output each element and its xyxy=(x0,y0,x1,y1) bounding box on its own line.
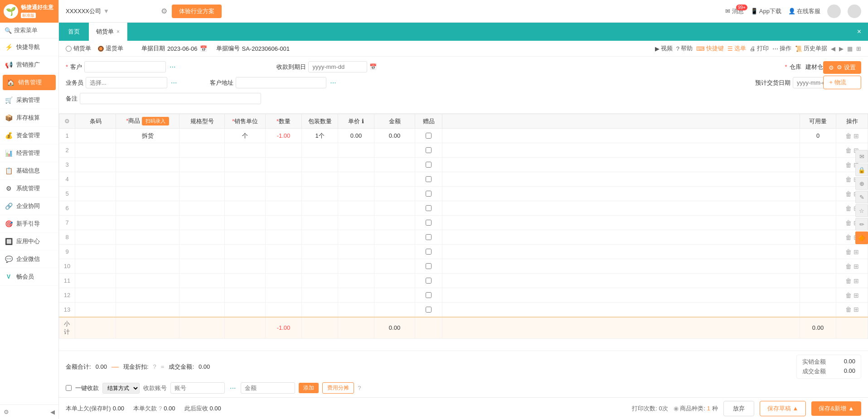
row-gift[interactable] xyxy=(415,187,442,201)
copy-row-btn[interactable]: ⊞ xyxy=(853,306,859,313)
trial-button[interactable]: 体验行业方案 xyxy=(172,5,222,18)
row-spec[interactable] xyxy=(179,259,225,274)
sidebar-item-member[interactable]: V 畅会员 xyxy=(0,268,58,286)
row-qty[interactable] xyxy=(266,288,302,303)
sidebar-item-marketing[interactable]: 📢 营销推广 xyxy=(0,56,58,74)
row-barcode[interactable] xyxy=(75,288,116,303)
delete-row-btn[interactable]: 🗑 xyxy=(845,248,852,255)
sidebar-item-base-info[interactable]: 📋 基础信息 xyxy=(0,162,58,180)
receipt-date-cal-icon[interactable]: 📅 xyxy=(369,63,377,70)
row-barcode[interactable] xyxy=(75,158,116,172)
payment-help-icon[interactable]: ? xyxy=(358,385,361,391)
sidebar-item-enterprise[interactable]: 🔗 企业协同 xyxy=(0,197,58,215)
row-price[interactable] xyxy=(338,187,374,201)
row-price[interactable] xyxy=(338,158,374,172)
float-plus-btn[interactable]: ⊕ xyxy=(855,177,868,190)
row-spec[interactable] xyxy=(179,158,225,172)
row-price[interactable] xyxy=(338,288,374,303)
row-unit[interactable] xyxy=(225,201,266,216)
row-qty[interactable] xyxy=(266,274,302,288)
help-icon-balance[interactable]: ? xyxy=(159,405,162,412)
add-payment-btn[interactable]: 添加 xyxy=(299,383,319,393)
row-product[interactable] xyxy=(116,172,179,187)
row-spec[interactable] xyxy=(179,230,225,245)
delete-row-btn[interactable]: 🗑 xyxy=(845,147,852,154)
copy-row-btn[interactable]: ⊞ xyxy=(853,248,859,255)
search-menu-btn[interactable]: 🔍 搜索菜单 xyxy=(0,23,58,39)
row-spec[interactable] xyxy=(179,129,225,143)
row-price[interactable] xyxy=(338,245,374,259)
row-unit[interactable] xyxy=(225,303,266,317)
row-gift[interactable] xyxy=(415,274,442,288)
app-download-btn[interactable]: 📱 App下载 xyxy=(751,7,781,15)
salesperson-input[interactable] xyxy=(86,77,167,88)
sidebar-item-sales[interactable]: 🏠 销售管理 xyxy=(3,75,56,91)
history-btn[interactable]: 📜 历史单据 xyxy=(795,44,827,53)
row-qty[interactable] xyxy=(266,158,302,172)
gear-icon[interactable]: ⚙ xyxy=(161,7,167,15)
row-qty[interactable] xyxy=(266,201,302,216)
delete-row-btn[interactable]: 🗑 xyxy=(845,161,852,169)
sidebar-item-system[interactable]: ⚙ 系统管理 xyxy=(0,180,58,197)
row-barcode[interactable] xyxy=(75,259,116,274)
product-kind-icon[interactable]: ◉ xyxy=(674,405,679,412)
row-price[interactable] xyxy=(338,216,374,230)
row-gift[interactable] xyxy=(415,259,442,274)
sidebar-item-app-center[interactable]: 🔲 应用中心 xyxy=(0,233,58,250)
row-spec[interactable] xyxy=(179,201,225,216)
row-gift[interactable] xyxy=(415,216,442,230)
calendar-icon[interactable]: 📅 xyxy=(200,45,207,52)
float-edit-btn[interactable]: ✎ xyxy=(855,191,868,203)
shortcut-btn[interactable]: ⌨ 快捷键 xyxy=(696,44,724,53)
row-qty[interactable] xyxy=(266,172,302,187)
row-unit[interactable] xyxy=(225,143,266,158)
delete-row-btn[interactable]: 🗑 xyxy=(845,190,852,197)
nav-prev-icon[interactable]: ◀ xyxy=(831,45,835,52)
grid-view-icon[interactable]: ⊞ xyxy=(856,45,861,52)
help-circle-icon[interactable]: ? xyxy=(153,363,156,370)
row-product[interactable] xyxy=(116,201,179,216)
row-barcode[interactable] xyxy=(75,245,116,259)
row-product[interactable] xyxy=(116,158,179,172)
row-price[interactable]: 0.00 xyxy=(338,129,374,143)
row-product[interactable] xyxy=(116,230,179,245)
row-spec[interactable] xyxy=(179,245,225,259)
row-unit[interactable] xyxy=(225,216,266,230)
tab-close-icon[interactable]: × xyxy=(116,29,120,35)
row-barcode[interactable] xyxy=(75,187,116,201)
row-qty[interactable]: -1.00 xyxy=(266,129,302,143)
float-message-btn[interactable]: ✉ xyxy=(855,150,868,163)
delete-row-btn[interactable]: 🗑 xyxy=(845,292,852,299)
row-spec[interactable] xyxy=(179,143,225,158)
row-product[interactable] xyxy=(116,187,179,201)
delete-row-btn[interactable]: 🗑 xyxy=(845,234,852,241)
row-product[interactable] xyxy=(116,303,179,317)
copy-row-btn[interactable]: ⊞ xyxy=(853,292,859,299)
delete-row-btn[interactable]: 🗑 xyxy=(845,205,852,212)
row-product[interactable] xyxy=(116,143,179,158)
delete-row-btn[interactable]: 🗑 xyxy=(845,277,852,284)
row-gift[interactable] xyxy=(415,201,442,216)
return-radio[interactable] xyxy=(98,46,104,52)
window-close-btn[interactable]: × xyxy=(850,28,868,36)
copy-row-btn[interactable]: ⊞ xyxy=(853,277,859,284)
amount-input[interactable] xyxy=(241,382,295,394)
row-price[interactable] xyxy=(338,230,374,245)
collapse-icon[interactable]: ◀ xyxy=(50,409,55,415)
abandon-btn[interactable]: 放弃 xyxy=(723,401,754,416)
sale-radio-label[interactable]: 销货单 xyxy=(66,44,91,53)
float-star-btn[interactable]: ☆ xyxy=(855,204,868,217)
row-qty[interactable] xyxy=(266,143,302,158)
expense-btn[interactable]: 费用分摊 xyxy=(322,382,354,394)
nav-next-icon[interactable]: ▶ xyxy=(839,45,844,52)
row-barcode[interactable] xyxy=(75,129,116,143)
scan-btn[interactable]: 扫码录入 xyxy=(142,117,169,125)
row-qty[interactable] xyxy=(266,230,302,245)
copy-row-btn[interactable]: ⊞ xyxy=(853,132,859,140)
row-spec[interactable] xyxy=(179,288,225,303)
save-new-btn[interactable]: 保存&新增 ▲ xyxy=(811,401,861,416)
sidebar-item-finance[interactable]: 💰 资金管理 xyxy=(0,127,58,144)
one-click-payment-checkbox[interactable] xyxy=(66,385,72,391)
row-qty[interactable] xyxy=(266,245,302,259)
list-view-icon[interactable]: ▦ xyxy=(847,45,853,52)
